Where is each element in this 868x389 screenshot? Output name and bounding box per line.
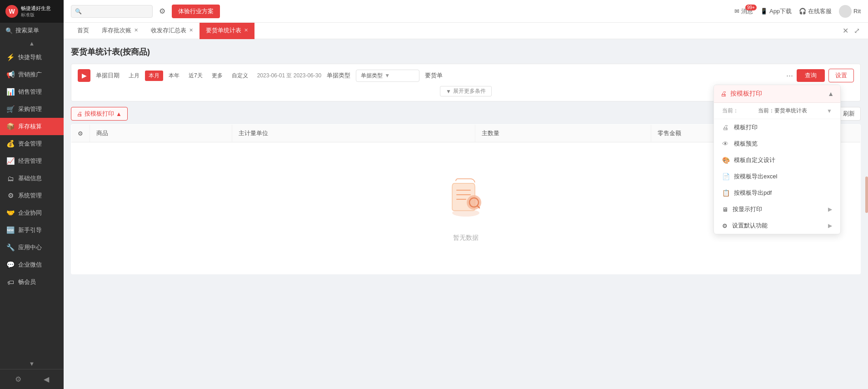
empty-text: 暂无数据 (453, 234, 479, 242)
sidebar-item-member[interactable]: 🏷 畅会员 (0, 273, 64, 291)
app-download-btn[interactable]: 📱 App下载 (760, 7, 792, 15)
tab-maximize-btn[interactable]: ⤢ (853, 25, 861, 36)
collab-icon: 🤝 (6, 209, 15, 217)
filter-more-btn[interactable]: ··· (786, 71, 793, 81)
query-btn[interactable]: 查询 (797, 69, 825, 82)
dropdown-item-export-excel[interactable]: 📄 按模板导出excel (714, 168, 840, 185)
tab-home[interactable]: 首页 (71, 23, 95, 39)
operation-icon: 📈 (6, 157, 15, 165)
topbar-gear-btn[interactable]: ⚙ (157, 5, 167, 17)
tab-order-stats[interactable]: 要货单统计表 ✕ (200, 23, 254, 39)
sidebar: W 畅捷通好生意 标准版 🔍 搜索菜单 ▲ ⚡ 快捷导航 📢 营销推广 📊 销售… (0, 0, 64, 389)
dropdown-item-template-preview[interactable]: 👁 模板预览 (714, 136, 840, 152)
app-logo-icon: W (5, 5, 18, 18)
display-print-icon: 🖥 (722, 206, 728, 213)
tab-close-collection-summary[interactable]: ✕ (189, 27, 193, 33)
expand-icon: ▼ (446, 88, 451, 95)
date-tab-current-year[interactable]: 本年 (165, 71, 183, 81)
sidebar-scroll-down[interactable]: ▼ (0, 359, 64, 369)
dropdown-item-template-print[interactable]: 🖨 模板打印 (714, 119, 840, 136)
filter-row: ▶ 单据日期 上月 本月 本年 近7天 更多 自定义 2023-06-01 至 … (78, 69, 854, 82)
export-excel-icon: 📄 (722, 173, 729, 180)
default-setting-icon: ⚙ (722, 222, 728, 229)
more-filters-btn[interactable]: ▼ 展开更多条件 (440, 86, 492, 96)
app-download-icon: 📱 (760, 8, 768, 15)
settings-btn[interactable]: 设置 (828, 69, 854, 82)
page-title: 要货单统计表(按商品) (71, 46, 861, 57)
print-header-icon: 🖨 (720, 90, 727, 97)
sidebar-collapse-btn[interactable]: ◀ (42, 373, 51, 385)
dropdown-item-export-pdf[interactable]: 📋 按模板导出pdf (714, 185, 840, 201)
current-dropdown-arrow[interactable]: ▼ (827, 108, 832, 114)
date-range-display: 2023-06-01 至 2023-06-30 (257, 72, 321, 80)
dropdown-section-default-setting[interactable]: ⚙ 设置默认功能 ▶ (714, 217, 840, 234)
sidebar-nav: ⚡ 快捷导航 📢 营销推广 📊 销售管理 🛒 采购管理 📦 库存核算 💰 资金管… (0, 49, 64, 359)
topbar-search[interactable]: 🔍 (71, 5, 153, 18)
sidebar-item-basic[interactable]: 🗂 基础信息 (0, 170, 64, 187)
tab-collection-summary[interactable]: 收发存汇总表 ✕ (145, 23, 200, 39)
default-setting-arrow: ▶ (828, 222, 832, 229)
print-dropdown-collapse-btn[interactable]: ▲ (828, 90, 834, 97)
marketing-icon: 📢 (6, 71, 15, 79)
date-tab-more[interactable]: 更多 (208, 71, 226, 81)
sidebar-item-sales[interactable]: 📊 销售管理 (0, 83, 64, 101)
bill-type-label: 单据类型 (327, 71, 350, 80)
template-print-icon: 🖨 (722, 124, 729, 131)
tab-close-inventory-batch[interactable]: ✕ (134, 27, 138, 33)
col-settings[interactable]: ⚙ (71, 125, 90, 142)
template-design-icon: 🎨 (722, 157, 729, 164)
sidebar-item-system[interactable]: ⚙ 系统管理 (0, 187, 64, 204)
page-content: 要货单统计表(按商品) ▶ 单据日期 上月 本月 本年 近7天 更多 自定义 2… (64, 39, 868, 389)
system-icon: ⚙ (6, 192, 15, 200)
tab-inventory-batch[interactable]: 库存批次账 ✕ (95, 23, 145, 39)
messages-btn[interactable]: ✉ 消息 99+ (734, 7, 753, 15)
purchase-icon: 🛒 (6, 105, 15, 113)
date-tab-current-month[interactable]: 本月 (145, 71, 163, 81)
dropdown-item-template-design[interactable]: 🎨 模板自定义设计 (714, 152, 840, 168)
date-tabs: 上月 本月 本年 近7天 更多 自定义 (125, 71, 252, 81)
print-template-btn[interactable]: 🖨 按模板打印 ▲ (71, 107, 128, 121)
sidebar-item-inventory[interactable]: 📦 库存核算 (0, 118, 64, 135)
sidebar-settings-btn[interactable]: ⚙ (13, 373, 23, 385)
template-preview-icon: 👁 (722, 140, 729, 147)
sidebar-item-marketing[interactable]: 📢 营销推广 (0, 66, 64, 83)
wechat-icon: 💬 (6, 261, 15, 269)
col-quantity: 主数量 (475, 125, 651, 142)
print-dropdown-header[interactable]: 🖨 按模板打印 ▲ (714, 85, 840, 103)
right-scroll-indicator[interactable] (865, 177, 868, 213)
sidebar-item-guide[interactable]: 🆕 新手引导 (0, 222, 64, 239)
quick-nav-icon: ⚡ (6, 53, 15, 61)
tab-close-order-stats[interactable]: ✕ (244, 27, 248, 33)
online-service-btn[interactable]: 🎧 在线客服 (799, 7, 832, 15)
main-area: 🔍 ⚙ 体验行业方案 ✉ 消息 99+ 📱 App下载 🎧 在线客服 Rit (64, 0, 868, 389)
sidebar-item-app-center[interactable]: 🔧 应用中心 (0, 239, 64, 256)
sidebar-item-collab[interactable]: 🤝 企业协同 (0, 204, 64, 222)
sidebar-item-purchase[interactable]: 🛒 采购管理 (0, 101, 64, 118)
sidebar-search[interactable]: 🔍 搜索菜单 (0, 23, 64, 38)
app-logo-text: 畅捷通好生意 标准版 (21, 5, 51, 17)
tab-close-window-btn[interactable]: ✕ (842, 25, 849, 36)
col-unit: 主计量单位 (232, 125, 475, 142)
user-avatar[interactable]: Rit (839, 5, 861, 18)
date-filter-label: 单据日期 (96, 71, 120, 80)
col-product: 商品 (90, 125, 232, 142)
bill-type-select[interactable]: 单据类型 ▼ (356, 70, 419, 82)
dropdown-section-display-print[interactable]: 🖥 按显示打印 ▶ (714, 201, 840, 217)
tabbar-controls: ✕ ⤢ (842, 25, 861, 36)
trial-btn[interactable]: 体验行业方案 (172, 5, 220, 18)
finance-icon: 💰 (6, 140, 15, 148)
filter-expand-btn[interactable]: ▶ (78, 69, 90, 82)
basic-icon: 🗂 (6, 175, 15, 182)
sidebar-item-quick-nav[interactable]: ⚡ 快捷导航 (0, 49, 64, 66)
sidebar-item-wechat[interactable]: 💬 企业微信 (0, 256, 64, 273)
date-tab-prev-month[interactable]: 上月 (125, 71, 143, 81)
sidebar-item-finance[interactable]: 💰 资金管理 (0, 135, 64, 152)
app-center-icon: 🔧 (6, 243, 15, 252)
date-tab-last7days[interactable]: 近7天 (185, 71, 206, 81)
sidebar-item-operation[interactable]: 📈 经营管理 (0, 152, 64, 170)
sales-icon: 📊 (6, 88, 15, 96)
tabbar: 首页 库存批次账 ✕ 收发存汇总表 ✕ 要货单统计表 ✕ ✕ ⤢ (64, 23, 868, 39)
inventory-icon: 📦 (6, 122, 15, 131)
date-tab-custom[interactable]: 自定义 (228, 71, 252, 81)
sidebar-scroll-up[interactable]: ▲ (0, 38, 64, 49)
